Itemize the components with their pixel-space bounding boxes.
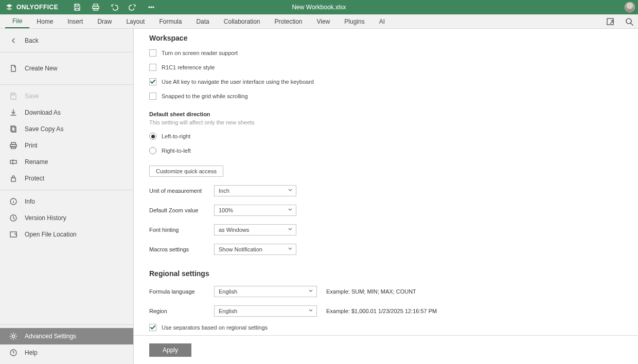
formula-example: Example: SUM; MIN; MAX; COUNT xyxy=(326,288,416,295)
sidebar-item-protect[interactable]: Protect xyxy=(0,170,133,187)
gear-icon xyxy=(9,332,17,340)
svg-rect-13 xyxy=(10,160,16,163)
sidebar-item-save: Save xyxy=(0,88,133,104)
tab-layout[interactable]: Layout xyxy=(119,14,152,28)
avatar[interactable] xyxy=(625,2,635,12)
lock-icon xyxy=(9,174,17,183)
region-example: Example: $1,000.01 1/23/2025 12:16:57 PM xyxy=(326,308,437,314)
document-title: New Workbook.xlsx xyxy=(292,4,346,11)
chevron-down-icon xyxy=(308,288,313,295)
checkbox-use-separators[interactable] xyxy=(149,324,156,331)
checkbox-r1c1[interactable] xyxy=(149,64,156,71)
select-unit[interactable]: Inch xyxy=(214,185,296,196)
tab-home[interactable]: Home xyxy=(29,14,60,28)
back-button[interactable]: Back xyxy=(0,29,133,52)
svg-rect-17 xyxy=(10,232,16,237)
tab-draw[interactable]: Draw xyxy=(90,14,119,28)
apply-button[interactable]: Apply xyxy=(149,343,191,357)
sidebar-item-save-copy-as[interactable]: Save Copy As xyxy=(0,121,133,137)
checkbox-screen-reader[interactable] xyxy=(149,49,156,57)
brand: ONLYOFFICE xyxy=(5,3,58,11)
chevron-down-icon xyxy=(288,207,293,213)
redo-icon[interactable] xyxy=(128,3,137,12)
sidebar-item-info[interactable]: Info xyxy=(0,193,133,210)
sidebar-item-open-location[interactable]: Open File Location xyxy=(0,226,133,243)
settings-scroll[interactable]: Workspace Turn on screen reader support … xyxy=(134,29,638,335)
svg-point-18 xyxy=(12,335,15,338)
chevron-down-icon xyxy=(288,246,293,252)
radio-rtl[interactable] xyxy=(149,147,156,154)
chevron-left-icon xyxy=(9,37,17,45)
chevron-down-icon xyxy=(308,308,313,314)
more-icon[interactable] xyxy=(147,3,156,12)
tab-ai[interactable]: AI xyxy=(372,14,392,28)
tab-data[interactable]: Data xyxy=(189,14,216,28)
chevron-down-icon xyxy=(288,227,293,233)
svg-point-5 xyxy=(153,7,154,8)
tab-view[interactable]: View xyxy=(310,14,338,28)
svg-rect-2 xyxy=(94,8,98,10)
chevron-down-icon xyxy=(288,188,293,194)
direction-note: This setting will affect only the new sh… xyxy=(149,119,638,125)
select-region[interactable]: English xyxy=(214,305,317,317)
open-location-icon[interactable] xyxy=(605,16,616,27)
workspace-title: Workspace xyxy=(149,34,638,42)
tab-plugins[interactable]: Plugins xyxy=(337,14,371,28)
regional-title: Regional settings xyxy=(149,269,638,278)
rename-icon xyxy=(9,158,17,166)
select-formula-language[interactable]: English xyxy=(214,286,317,297)
sidebar-item-help[interactable]: Help xyxy=(0,344,133,361)
checkbox-snap-grid[interactable] xyxy=(149,93,156,100)
back-label: Back xyxy=(25,37,39,44)
checkbox-alt-navigate[interactable] xyxy=(149,78,156,85)
print-icon xyxy=(9,141,17,150)
download-icon xyxy=(9,108,17,117)
info-icon xyxy=(9,197,17,206)
sidebar-item-create-new[interactable]: Create New xyxy=(0,56,133,81)
direction-title: Default sheet direction xyxy=(149,111,638,117)
file-plus-icon xyxy=(9,64,17,72)
undo-icon[interactable] xyxy=(110,3,119,12)
quick-print-icon[interactable] xyxy=(91,3,100,12)
svg-point-3 xyxy=(149,7,150,8)
sidebar-item-version-history[interactable]: Version History xyxy=(0,210,133,226)
svg-rect-14 xyxy=(11,178,15,181)
copy-icon xyxy=(9,125,17,133)
tab-file[interactable]: File xyxy=(5,14,29,28)
open-folder-icon xyxy=(9,230,17,239)
tab-insert[interactable]: Insert xyxy=(60,14,90,28)
svg-point-4 xyxy=(151,7,152,8)
sidebar-item-advanced-settings[interactable]: Advanced Settings xyxy=(0,328,133,344)
tab-protection[interactable]: Protection xyxy=(268,14,310,28)
sidebar-item-download-as[interactable]: Download As xyxy=(0,104,133,121)
sidebar-item-print[interactable]: Print xyxy=(0,137,133,154)
radio-ltr[interactable] xyxy=(149,133,156,140)
help-icon xyxy=(9,349,17,357)
save-icon xyxy=(9,92,17,100)
tab-collaboration[interactable]: Collaboration xyxy=(217,14,268,28)
tab-formula[interactable]: Formula xyxy=(152,14,189,28)
select-font-hinting[interactable]: as Windows xyxy=(214,224,296,235)
app-logo-icon xyxy=(5,3,13,11)
brand-label: ONLYOFFICE xyxy=(16,4,58,11)
svg-rect-12 xyxy=(11,147,15,149)
select-macros[interactable]: Show Notification xyxy=(214,244,296,255)
select-zoom[interactable]: 100% xyxy=(214,205,296,216)
sidebar-item-rename[interactable]: Rename xyxy=(0,154,133,170)
quick-save-icon[interactable] xyxy=(73,3,82,12)
customize-quick-access-button[interactable]: Customize quick access xyxy=(149,166,223,177)
history-icon xyxy=(9,214,17,222)
search-icon[interactable] xyxy=(624,16,635,27)
